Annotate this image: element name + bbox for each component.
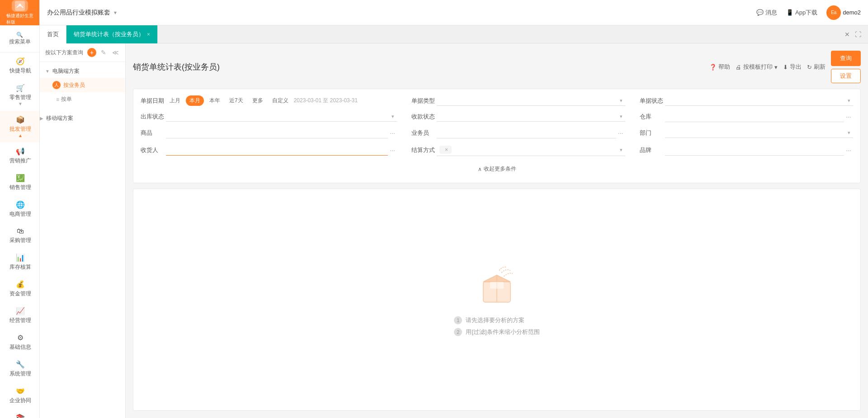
wholesale-icon: 📦 (16, 115, 25, 124)
tab-close-button[interactable]: × (147, 31, 150, 38)
scheme-item-by-salesperson[interactable]: 人 按业务员 (40, 78, 125, 92)
goods-more[interactable]: ··· (388, 129, 397, 137)
svg-point-1 (19, 4, 21, 6)
scheme-item-by-order[interactable]: ≡ 按单 (40, 92, 125, 106)
warehouse-input[interactable] (665, 111, 844, 122)
salesperson-more[interactable]: ··· (616, 129, 625, 137)
guide-icon: 📚 (16, 413, 25, 418)
scheme-header: 按以下方案查询 + ✎ ≪ (40, 43, 125, 62)
retail-arrow: ▼ (18, 101, 23, 106)
sidebar-item-quick-nav[interactable]: 🧭 快捷导航 (0, 52, 39, 79)
purchase-label: 采购管理 (9, 237, 31, 244)
compass-icon: 🧭 (16, 57, 25, 66)
query-button[interactable]: 查询 (831, 51, 861, 66)
refresh-button[interactable]: ↻ 刷新 (807, 63, 826, 71)
warehouse-label: 仓库 (640, 113, 665, 121)
dept-select[interactable]: ▾ (665, 128, 854, 138)
tab-report[interactable]: 销货单统计表（按业务员） × (66, 25, 158, 43)
payment-select[interactable]: × ▾ (437, 144, 625, 156)
sidebar-item-finance[interactable]: 💰 资金管理 (0, 276, 39, 302)
consignee-field: 收货人 ··· (141, 145, 397, 156)
warehouse-more[interactable]: ··· (844, 113, 853, 120)
out-status-select[interactable]: ▾ (166, 112, 397, 122)
date-last-month[interactable]: 上月 (166, 95, 184, 106)
sidebar-item-basic[interactable]: ⚙ 基础信息 (0, 329, 39, 356)
app-download-label: App下载 (795, 9, 817, 17)
payment-tag: × (439, 146, 452, 154)
export-icon: ⬇ (783, 64, 788, 71)
goods-field: 商品 ··· (141, 128, 397, 138)
print-icon: 🖨 (736, 64, 741, 71)
sales-label: 销售管理 (9, 184, 31, 191)
sidebar-logo[interactable]: 畅捷通好生意标版 (0, 0, 39, 25)
sidebar-item-operation[interactable]: 📈 经营管理 (0, 302, 39, 329)
desktop-group-title[interactable]: ▼ 电脑端方案 (40, 65, 125, 78)
date-more[interactable]: 更多 (249, 95, 267, 106)
app-download-button[interactable]: 📱 App下载 (786, 9, 817, 17)
tabs-bar: 首页 销货单统计表（按业务员） × ✕ ⛶ (40, 25, 868, 43)
doc-status-select[interactable]: ▾ (665, 96, 854, 106)
window-close-button[interactable]: ✕ (843, 30, 852, 39)
sidebar-item-cooperation[interactable]: 🤝 企业协同 (0, 382, 39, 409)
date-7days[interactable]: 近7天 (226, 95, 247, 106)
brand-label: 品牌 (640, 146, 665, 154)
print-dropdown-icon[interactable]: ▾ (774, 64, 778, 71)
tab-report-label: 销货单统计表（按业务员） (74, 30, 144, 38)
export-button[interactable]: ⬇ 导出 (783, 63, 802, 71)
edit-scheme-button[interactable]: ✎ (99, 48, 108, 57)
setting-button[interactable]: 设置 (831, 69, 861, 83)
date-custom[interactable]: 自定义 (269, 95, 292, 106)
query-buttons: 查询 设置 (831, 51, 861, 83)
salesperson-input[interactable] (437, 128, 616, 138)
print-button[interactable]: 🖨 按模板打印 ▾ (736, 63, 778, 71)
sidebar-item-guide[interactable]: 📚 新手引导 (0, 409, 39, 418)
date-this-month[interactable]: 本月 (186, 95, 204, 106)
sidebar-item-retail[interactable]: 🛒 零售管理 ▼ (0, 79, 39, 111)
sidebar-item-system[interactable]: 🔧 系统管理 (0, 356, 39, 382)
collapse-button[interactable]: ∧ 收起更多条件 (478, 165, 516, 173)
receipt-status-label: 收款状态 (411, 113, 437, 121)
sidebar-item-marketing[interactable]: 📢 营销推广 (0, 142, 39, 169)
help-button[interactable]: ❓ 帮助 (709, 63, 730, 71)
receipt-status-select[interactable]: ▾ (437, 112, 625, 122)
goods-input[interactable] (166, 128, 388, 138)
phone-icon: 📱 (786, 9, 793, 16)
sidebar-item-wholesale[interactable]: 📦 批发管理 ▲ (0, 111, 39, 142)
inventory-icon: 📊 (16, 253, 25, 262)
add-scheme-button[interactable]: + (87, 48, 96, 57)
search-menu-button[interactable]: 🔍 搜索菜单 (4, 29, 36, 48)
doc-status-arrow: ▾ (848, 98, 850, 104)
sidebar-item-sales[interactable]: 💹 销售管理 (0, 169, 39, 196)
finance-icon: 💰 (16, 280, 25, 289)
date-this-year[interactable]: 本年 (206, 95, 224, 106)
report-actions: ❓ 帮助 🖨 按模板打印 ▾ ⬇ 导出 ↻ 刷新 (709, 51, 861, 83)
topbar-dropdown[interactable]: ▾ (114, 10, 117, 16)
sidebar-item-ecommerce[interactable]: 🌐 电商管理 (0, 196, 39, 223)
quick-nav-label: 快捷导航 (9, 67, 31, 75)
sidebar-item-purchase[interactable]: 🛍 采购管理 (0, 223, 39, 249)
payment-tag-close[interactable]: × (445, 147, 448, 153)
export-label: 导出 (790, 63, 802, 71)
retail-label: 零售管理 (9, 94, 31, 101)
payment-label: 结算方式 (411, 146, 437, 154)
consignee-input[interactable] (166, 145, 388, 156)
report-panel: 销货单统计表(按业务员) ❓ 帮助 🖨 按模板打印 ▾ ⬇ 导出 (126, 43, 868, 418)
help-label: 帮助 (718, 63, 730, 71)
consignee-more[interactable]: ··· (388, 147, 397, 154)
tab-home[interactable]: 首页 (40, 25, 66, 43)
mobile-group-title[interactable]: ▶ 移动端方案 (40, 112, 125, 125)
doc-type-field: 单据类型 ▾ (411, 96, 625, 106)
sidebar-item-inventory[interactable]: 📊 库存核算 (0, 249, 39, 276)
topbar-right: 💬 消息 📱 App下载 Ea demo2 (756, 5, 861, 20)
doc-type-select[interactable]: ▾ (437, 96, 625, 106)
message-button[interactable]: 💬 消息 (756, 9, 777, 17)
brand-more[interactable]: ··· (844, 147, 853, 154)
doc-status-label: 单据状态 (640, 97, 665, 105)
marketing-icon: 📢 (16, 147, 25, 156)
collapse-scheme-button[interactable]: ≪ (111, 48, 120, 57)
brand-input[interactable] (665, 145, 844, 156)
salesperson-scheme-icon: 人 (52, 81, 61, 89)
user-section[interactable]: Ea demo2 (826, 5, 861, 20)
window-maximize-button[interactable]: ⛶ (854, 30, 863, 39)
salesperson-label: 业务员 (411, 129, 437, 137)
